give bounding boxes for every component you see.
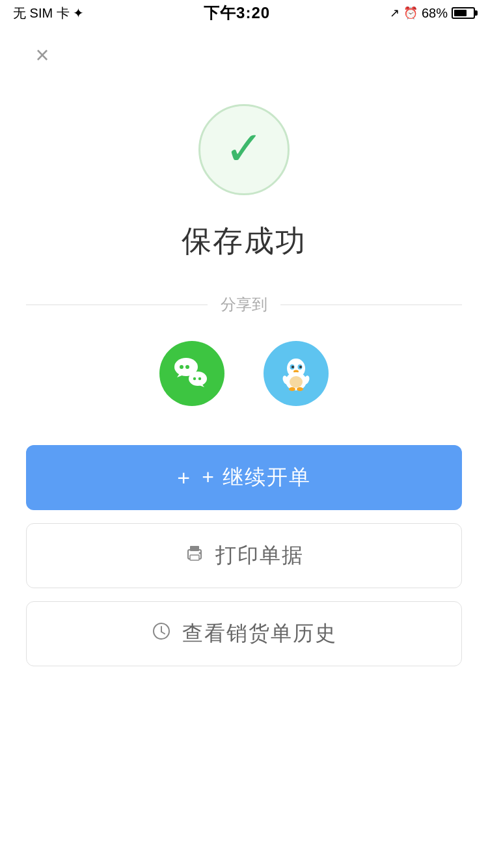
svg-point-5	[193, 377, 196, 380]
svg-line-26	[161, 632, 165, 634]
printer-icon	[184, 543, 205, 569]
battery-percent: 68%	[422, 6, 448, 21]
svg-point-19	[297, 387, 303, 391]
history-button[interactable]: 查看销货单历史	[26, 601, 462, 666]
share-label: 分享到	[221, 294, 267, 315]
status-bar: 无 SIM 卡 ✦ 下午3:20 ↗ ⏰ 68%	[0, 0, 488, 26]
svg-point-1	[180, 365, 183, 369]
svg-point-12	[299, 366, 302, 368]
svg-point-23	[199, 552, 201, 554]
plus-icon: +	[177, 465, 191, 491]
wechat-share-button[interactable]	[159, 341, 224, 406]
alarm-icon: ⏰	[403, 6, 418, 20]
status-right: ↗ ⏰ 68%	[390, 6, 475, 21]
location-icon: ↗	[390, 6, 400, 20]
svg-rect-21	[190, 546, 199, 551]
continue-label: + 继续开单	[202, 463, 311, 492]
divider-right	[280, 305, 462, 305]
battery-icon	[452, 7, 475, 19]
share-section: 分享到	[26, 294, 462, 406]
close-button[interactable]: ×	[26, 39, 59, 72]
qq-share-button[interactable]	[264, 341, 329, 406]
svg-point-2	[185, 365, 189, 369]
wechat-icon	[173, 357, 211, 390]
close-icon: ×	[35, 44, 49, 67]
qq-icon	[278, 355, 314, 392]
main-content: × ✓ 保存成功 分享到	[0, 26, 488, 868]
no-sim-text: 无 SIM 卡 ✦	[13, 5, 84, 22]
svg-point-4	[189, 372, 207, 386]
svg-rect-22	[190, 555, 199, 560]
success-circle: ✓	[198, 104, 290, 195]
share-divider-row: 分享到	[26, 294, 462, 315]
svg-point-15	[290, 376, 303, 388]
print-label: 打印单据	[215, 541, 304, 570]
svg-point-11	[291, 366, 294, 368]
svg-point-6	[198, 377, 201, 380]
status-time: 下午3:20	[204, 3, 270, 23]
clock-icon	[151, 621, 172, 647]
history-label: 查看销货单历史	[182, 619, 337, 648]
divider-left	[26, 305, 208, 305]
actions-section: + + 继续开单 打印单据 查看销货单	[26, 445, 462, 666]
continue-button[interactable]: + + 继续开单	[26, 445, 462, 510]
print-button[interactable]: 打印单据	[26, 523, 462, 588]
share-icons-row	[159, 341, 329, 406]
status-left: 无 SIM 卡 ✦	[13, 5, 84, 22]
success-title: 保存成功	[182, 221, 306, 262]
checkmark-icon: ✓	[224, 125, 264, 172]
svg-point-18	[289, 387, 295, 391]
